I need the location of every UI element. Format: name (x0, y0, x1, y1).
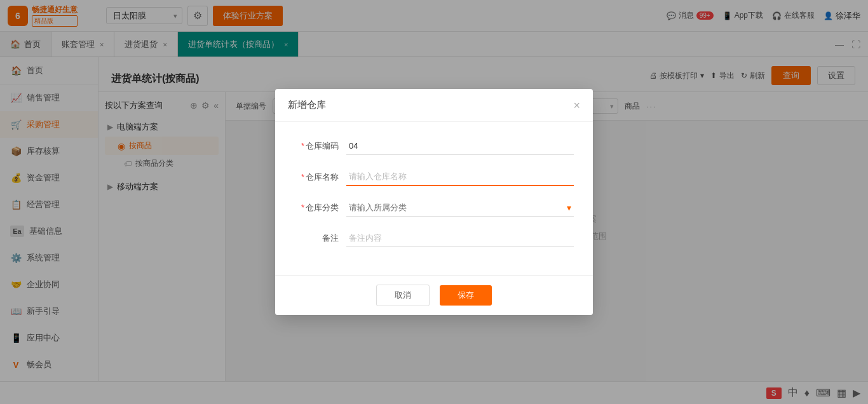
form-row-warehouse-name: *仓库名称 (294, 168, 574, 186)
modal-header: 新增仓库 × (275, 89, 593, 122)
warehouse-code-label: *仓库编码 (294, 140, 339, 152)
modal-body: *仓库编码 *仓库名称 *仓库分类 ▾ 备注 (275, 122, 593, 275)
warehouse-category-input[interactable] (346, 199, 574, 217)
warehouse-category-label: *仓库分类 (294, 202, 339, 213)
modal-add-warehouse: 新增仓库 × *仓库编码 *仓库名称 *仓库分类 ▾ (275, 89, 593, 315)
cancel-button[interactable]: 取消 (376, 285, 430, 306)
form-row-warehouse-category: *仓库分类 ▾ (294, 199, 574, 217)
modal-close-button[interactable]: × (573, 100, 580, 111)
warehouse-name-input[interactable] (346, 168, 574, 186)
save-button[interactable]: 保存 (440, 285, 492, 306)
warehouse-code-input[interactable] (346, 137, 574, 155)
form-row-warehouse-code: *仓库编码 (294, 137, 574, 155)
modal-footer: 取消 保存 (275, 275, 593, 315)
modal-title: 新增仓库 (288, 99, 326, 111)
form-row-remark: 备注 (294, 229, 574, 247)
remark-input[interactable] (346, 229, 574, 247)
warehouse-name-label: *仓库名称 (294, 172, 339, 183)
warehouse-category-select-wrap: ▾ (346, 199, 574, 217)
remark-label: 备注 (294, 232, 339, 244)
